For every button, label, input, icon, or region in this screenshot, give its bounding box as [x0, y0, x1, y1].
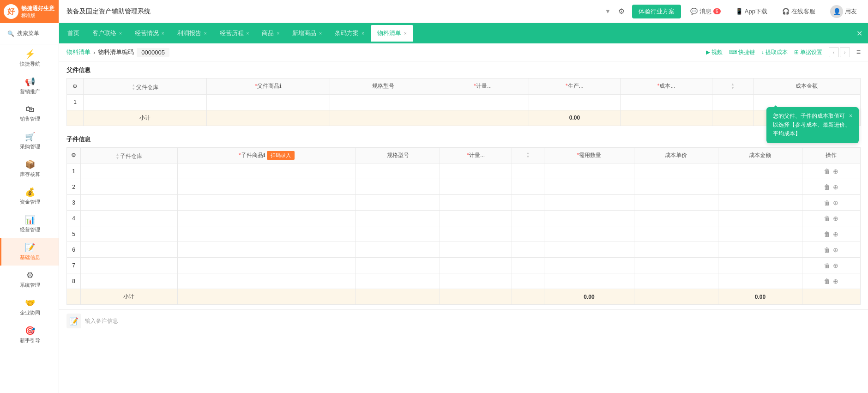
- child-row-6-unit[interactable]: [440, 242, 512, 258]
- tab-operations[interactable]: 经营情况 ×: [128, 25, 171, 42]
- tab-history-close[interactable]: ×: [247, 31, 249, 36]
- breadcrumb-home[interactable]: 物料清单: [66, 48, 90, 56]
- sidebar-item-purchase[interactable]: 🛒 采购管理: [0, 127, 59, 155]
- prev-btn[interactable]: ‹: [829, 47, 839, 57]
- child-row-3-warehouse[interactable]: [81, 195, 178, 211]
- sidebar-item-system[interactable]: ⚙ 系统管理: [0, 266, 59, 293]
- tab-customer[interactable]: 客户联络 ×: [86, 25, 128, 42]
- child-row-1-unit[interactable]: [440, 163, 512, 179]
- tab-new-product-close[interactable]: ×: [319, 31, 322, 36]
- topbar-dropdown-arrow[interactable]: ▼: [605, 8, 611, 15]
- child-row-6-copy-icon[interactable]: ⊕: [833, 246, 838, 254]
- child-row-7-product[interactable]: [177, 258, 356, 273]
- child-row-6-needed[interactable]: [544, 242, 634, 258]
- tab-bom[interactable]: 物料清单 ×: [371, 25, 413, 42]
- parent-row-1-production[interactable]: [529, 94, 621, 110]
- tab-operations-close[interactable]: ×: [162, 31, 164, 36]
- message-btn[interactable]: 💬 消息 6: [687, 6, 724, 18]
- child-row-4-needed[interactable]: [544, 211, 634, 226]
- sidebar-item-basic-info[interactable]: 📝 基础信息: [0, 238, 59, 266]
- child-row-3-delete-icon[interactable]: 🗑: [824, 199, 830, 206]
- child-row-7-needed[interactable]: [544, 258, 634, 273]
- child-row-2-copy-icon[interactable]: ⊕: [833, 183, 838, 191]
- child-row-5-product[interactable]: [177, 226, 356, 242]
- child-row-8-unit[interactable]: [440, 273, 512, 289]
- child-row-8-warehouse[interactable]: [81, 273, 178, 289]
- child-row-2-unit[interactable]: [440, 179, 512, 195]
- child-row-7-unit[interactable]: [440, 258, 512, 273]
- child-row-4-warehouse[interactable]: [81, 211, 178, 226]
- video-btn[interactable]: ▶ 视频: [706, 48, 723, 56]
- child-row-3-needed[interactable]: [544, 195, 634, 211]
- child-row-4-unit[interactable]: [440, 211, 512, 226]
- child-row-5-delete-icon[interactable]: 🗑: [824, 230, 830, 238]
- parent-row-1-cost[interactable]: [621, 94, 712, 110]
- child-row-2-product[interactable]: [177, 179, 356, 195]
- close-all-tabs[interactable]: ✕: [853, 27, 866, 40]
- child-row-3-product[interactable]: [177, 195, 356, 211]
- child-row-7-delete-icon[interactable]: 🗑: [824, 262, 830, 269]
- child-row-1-warehouse[interactable]: [81, 163, 178, 179]
- child-row-8-needed[interactable]: [544, 273, 634, 289]
- child-th-settings[interactable]: ⚙: [67, 147, 81, 163]
- sidebar-search-area[interactable]: 🔍 搜索菜单: [0, 23, 59, 44]
- single-settings-btn[interactable]: ⊞ 单据设置: [794, 48, 822, 56]
- scan-btn[interactable]: 扫码录入: [267, 151, 295, 160]
- child-row-6-product[interactable]: [177, 242, 356, 258]
- child-row-4-product[interactable]: [177, 211, 356, 226]
- grid-view-icon[interactable]: ≡: [856, 48, 861, 56]
- search-menu-btn[interactable]: 🔍 搜索菜单: [4, 27, 55, 40]
- child-row-8-delete-icon[interactable]: 🗑: [824, 278, 830, 285]
- child-row-4-copy-icon[interactable]: ⊕: [833, 215, 838, 222]
- sidebar-item-quick-nav[interactable]: ⚡ 快捷导航: [0, 44, 59, 72]
- user-menu-btn[interactable]: 👤 用友: [826, 3, 861, 20]
- sidebar-item-enterprise[interactable]: 🤝 企业协同: [0, 293, 59, 321]
- sidebar-item-operations[interactable]: 📊 经营管理: [0, 210, 59, 238]
- tab-customer-close[interactable]: ×: [119, 31, 122, 36]
- child-row-5-needed[interactable]: [544, 226, 634, 242]
- tab-new-product[interactable]: 新增商品 ×: [286, 25, 328, 42]
- online-service-btn[interactable]: 🎧 在线客服: [778, 6, 819, 18]
- child-row-3-unit[interactable]: [440, 195, 512, 211]
- tab-barcode[interactable]: 条码方案 ×: [328, 25, 371, 42]
- note-icon[interactable]: 📝: [66, 314, 81, 328]
- tab-history[interactable]: 经营历程 ×: [213, 25, 256, 42]
- child-row-4-delete-icon[interactable]: 🗑: [824, 215, 830, 222]
- sidebar-item-inventory[interactable]: 📦 库存核算: [0, 155, 59, 182]
- parent-row-1-unit[interactable]: [437, 94, 529, 110]
- trial-btn[interactable]: 体验行业方案: [632, 5, 681, 18]
- tab-profit[interactable]: 利润报告 ×: [171, 25, 213, 42]
- child-row-2-needed[interactable]: [544, 179, 634, 195]
- tab-profit-close[interactable]: ×: [204, 31, 207, 36]
- child-row-5-copy-icon[interactable]: ⊕: [833, 230, 838, 238]
- child-row-1-needed[interactable]: [544, 163, 634, 179]
- parent-row-1-warehouse[interactable]: [84, 94, 207, 110]
- child-row-5-warehouse[interactable]: [81, 226, 178, 242]
- tab-products-close[interactable]: ×: [277, 31, 279, 36]
- child-row-8-product[interactable]: [177, 273, 356, 289]
- tab-barcode-close[interactable]: ×: [362, 31, 364, 36]
- child-row-1-product[interactable]: [177, 163, 356, 179]
- child-row-8-copy-icon[interactable]: ⊕: [833, 278, 838, 285]
- child-row-7-warehouse[interactable]: [81, 258, 178, 273]
- settings-icon[interactable]: ⚙: [616, 5, 627, 18]
- child-row-3-copy-icon[interactable]: ⊕: [833, 199, 838, 206]
- note-hint-text[interactable]: 输入备注信息: [85, 317, 118, 325]
- tab-bom-close[interactable]: ×: [404, 31, 407, 36]
- child-row-5-unit[interactable]: [440, 226, 512, 242]
- sidebar-item-finance[interactable]: 💰 资金管理: [0, 182, 59, 210]
- tab-home[interactable]: 首页: [61, 25, 86, 42]
- sidebar-item-sales[interactable]: 🛍 销售管理: [0, 100, 59, 127]
- parent-th-settings[interactable]: ⚙: [67, 79, 84, 95]
- parent-row-1-product[interactable]: [207, 94, 330, 110]
- extract-cost-btn[interactable]: ↓ 提取成本: [761, 48, 788, 56]
- child-row-1-copy-icon[interactable]: ⊕: [833, 168, 838, 175]
- child-row-7-copy-icon[interactable]: ⊕: [833, 262, 838, 269]
- child-row-1-delete-icon[interactable]: 🗑: [824, 168, 830, 175]
- child-row-6-delete-icon[interactable]: 🗑: [824, 246, 830, 254]
- child-row-2-warehouse[interactable]: [81, 179, 178, 195]
- tooltip-close-btn[interactable]: ×: [849, 112, 852, 121]
- sidebar-item-guide[interactable]: 🎯 新手引导: [0, 321, 59, 349]
- next-btn[interactable]: ›: [840, 47, 850, 57]
- sidebar-item-marketing[interactable]: 📢 营销推广: [0, 72, 59, 100]
